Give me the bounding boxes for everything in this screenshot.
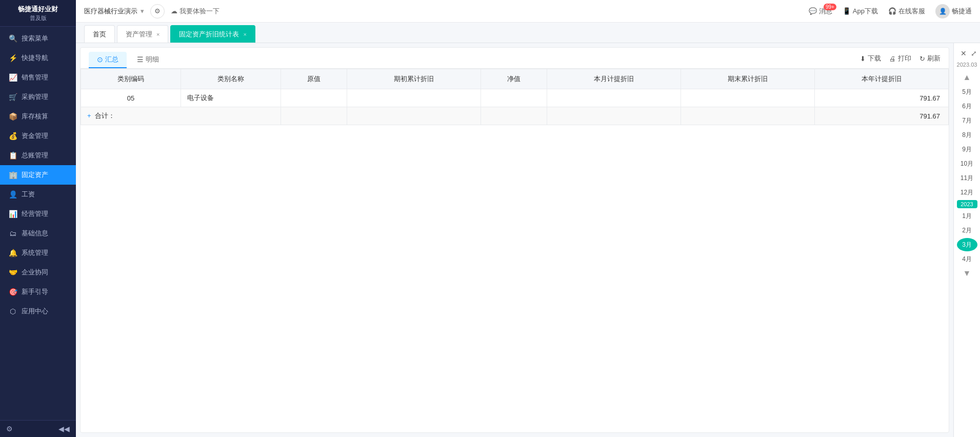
app-center-icon: ⬡ (8, 307, 17, 316)
month-item[interactable]: 1月 (957, 209, 977, 223)
quick-nav-icon: ⚡ (8, 53, 17, 63)
sidebar-item-enterprise[interactable]: 🤝 企业协同 (0, 263, 76, 282)
print-button[interactable]: 🖨 打印 (889, 54, 911, 63)
month-item[interactable]: 2月 (957, 224, 977, 237)
system-icon: 🔔 (8, 248, 17, 257)
purchase-icon: 🛒 (8, 92, 17, 102)
headset-icon: 🎧 (888, 7, 896, 15)
month-item[interactable]: 7月 (957, 114, 977, 127)
sidebar-item-app-center[interactable]: ⬡ 应用中心 (0, 302, 76, 321)
cell-monthly-dep (547, 89, 681, 107)
inventory-icon: 📦 (8, 112, 17, 121)
topbar: 医疗器械行业演示 ▾ ⚙ ☁ 我要体验一下 💬 消息 99+ 📱 App下载 (76, 0, 980, 23)
cell-category-code: 05 (81, 89, 181, 107)
panel-date-label: 2023.03 (957, 61, 977, 70)
refresh-button[interactable]: ↻ 刷新 (919, 54, 941, 63)
cell-net-value (481, 89, 547, 107)
app-name: 畅捷通好业财 (18, 5, 58, 13)
gear-icon: ⚙ (154, 7, 161, 15)
tab-asset-management[interactable]: 资产管理 × (117, 25, 168, 43)
company-selector[interactable]: 医疗器械行业演示 ▾ (84, 7, 144, 16)
month-item[interactable]: 3月 (957, 238, 977, 251)
month-scroll-down[interactable]: ▼ (961, 267, 973, 280)
sidebar-bottom: ⚙ ◀◀ (0, 420, 76, 437)
sidebar-collapse-icon[interactable]: ◀◀ (58, 425, 70, 433)
total-annual-dep: 791.67 (815, 107, 949, 125)
cell-category-name: 电子设备 (181, 89, 281, 107)
tab-fixed-asset-depreciation-close[interactable]: × (243, 31, 246, 37)
settings-button[interactable]: ⚙ (150, 4, 165, 18)
month-item[interactable]: 12月 (957, 186, 977, 199)
avatar: 👤 (935, 4, 950, 18)
sidebar-item-sales[interactable]: 📈 销售管理 (0, 68, 76, 87)
sidebar-item-label: 搜索菜单 (22, 34, 48, 43)
download-icon: ⬇ (860, 55, 866, 63)
col-category-name: 类别名称 (181, 69, 281, 89)
sidebar-item-purchase[interactable]: 🛒 采购管理 (0, 87, 76, 107)
sub-tab-detail[interactable]: ☰ 明细 (129, 52, 167, 68)
right-panel: ✕ ⤢ 2023.03 ▲5月6月7月8月9月10月11月12月20231月2月… (953, 43, 980, 437)
user-menu[interactable]: 👤 畅捷通 (935, 4, 972, 18)
sidebar-item-fixed-asset[interactable]: 🏢 固定资产 (0, 165, 76, 185)
sidebar-item-inventory[interactable]: 📦 库存核算 (0, 107, 76, 126)
topbar-right: 💬 消息 99+ 📱 App下载 🎧 在线客服 👤 畅捷通 (809, 4, 972, 18)
month-item[interactable]: 6月 (957, 100, 977, 113)
tab-asset-management-close[interactable]: × (156, 31, 159, 37)
sidebar-item-quick-nav[interactable]: ⚡ 快捷导航 (0, 48, 76, 68)
expand-icon[interactable]: + (87, 112, 91, 120)
customer-service-button[interactable]: 🎧 在线客服 (888, 7, 925, 16)
summary-icon: ⊙ (97, 55, 103, 64)
app-edition: 普及版 (30, 14, 47, 22)
sidebar-item-label: 总账管理 (22, 151, 48, 160)
tab-fixed-asset-depreciation[interactable]: 固定资产折旧统计表 × (170, 25, 255, 43)
cell-accumulated-start (347, 89, 481, 107)
sidebar-item-search[interactable]: 🔍 搜索菜单 (0, 29, 76, 48)
month-item[interactable]: 4月 (957, 252, 977, 266)
home-label: 首页 (93, 30, 106, 39)
chevron-down-icon: ▾ (141, 7, 144, 15)
sub-tab-summary[interactable]: ⊙ 汇总 (89, 52, 127, 68)
month-item[interactable]: 8月 (957, 128, 977, 142)
sidebar-item-label: 销售管理 (22, 73, 48, 82)
total-label: + 合计： (81, 107, 281, 125)
month-item[interactable]: 11月 (957, 171, 977, 185)
sidebar-nav: 🔍 搜索菜单 ⚡ 快捷导航 📈 销售管理 🛒 采购管理 📦 库存核算 💰 资金管… (0, 27, 76, 420)
cell-annual-dep: 791.67 (815, 89, 949, 107)
sidebar-item-label: 快捷导航 (22, 53, 48, 63)
sidebar-item-guide[interactable]: 🎯 新手引导 (0, 282, 76, 302)
sidebar-settings-icon[interactable]: ⚙ (6, 425, 13, 433)
message-badge: 99+ (824, 4, 836, 10)
sidebar-item-label: 经营管理 (22, 209, 48, 218)
operations-icon: 📊 (8, 209, 17, 218)
panel-close-icon[interactable]: ✕ (959, 48, 968, 58)
app-download-button[interactable]: 📱 App下载 (843, 7, 878, 16)
user-icon: 👤 (939, 8, 947, 15)
message-button[interactable]: 💬 消息 99+ (809, 7, 832, 16)
sidebar-item-operations[interactable]: 📊 经营管理 (0, 204, 76, 224)
total-accumulated-start (347, 107, 481, 125)
table-row: 05 电子设备 791.67 (81, 89, 949, 107)
total-row: + 合计： 791.67 (81, 107, 949, 125)
download-button[interactable]: ⬇ 下载 (860, 54, 881, 63)
month-scroll-up[interactable]: ▲ (961, 71, 973, 84)
sidebar-item-payroll[interactable]: 👤 工资 (0, 185, 76, 204)
cell-accumulated-end (681, 89, 815, 107)
month-item[interactable]: 10月 (957, 157, 977, 170)
sidebar-item-basic-info[interactable]: 🗂 基础信息 (0, 224, 76, 243)
search-icon: 🔍 (8, 34, 17, 43)
month-item[interactable]: 9月 (957, 143, 977, 156)
tab-home[interactable]: 首页 (84, 25, 115, 43)
sidebar-item-system[interactable]: 🔔 系统管理 (0, 243, 76, 263)
experience-button[interactable]: ☁ 我要体验一下 (171, 7, 219, 16)
month-item[interactable]: 5月 (957, 85, 977, 98)
tabs-bar: 首页 资产管理 × 固定资产折旧统计表 × (76, 23, 980, 43)
panel-expand-icon[interactable]: ⤢ (970, 48, 978, 58)
message-icon: 💬 (809, 7, 817, 15)
content-area: ⊙ 汇总 ☰ 明细 ⬇ 下载 🖨 打印 (80, 47, 949, 433)
col-net-value: 净值 (481, 69, 547, 89)
sidebar-item-finance[interactable]: 💰 资金管理 (0, 126, 76, 146)
col-accumulated-end: 期末累计折旧 (681, 69, 815, 89)
sidebar-item-label: 企业协同 (22, 268, 48, 277)
logo-area: 畅捷通好业财 普及版 (0, 0, 76, 27)
sidebar-item-general-ledger[interactable]: 📋 总账管理 (0, 146, 76, 165)
